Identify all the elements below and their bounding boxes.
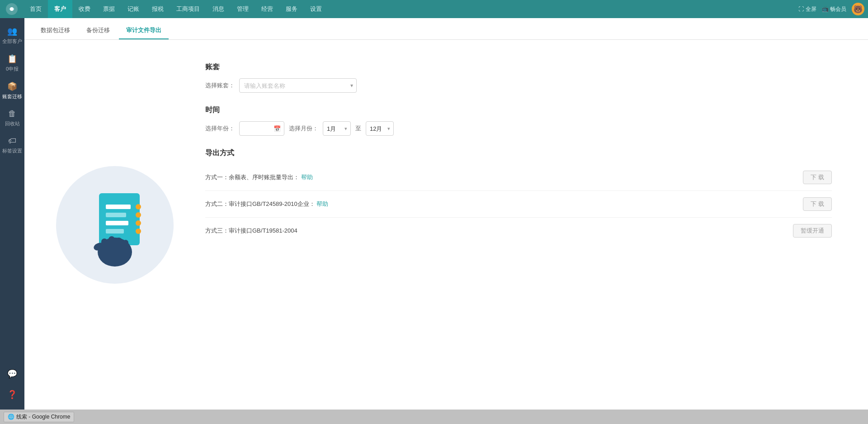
sidebar-item-all-customers[interactable]: 👥 全部客户 — [0, 22, 24, 49]
fullscreen-button[interactable]: ⛶ 全屏 — [798, 5, 816, 13]
account-title: 账套 — [205, 62, 832, 72]
help-icon: ❓ — [7, 390, 17, 400]
content-area: 数据包迁移 备份迁移 审计文件导出 — [24, 18, 868, 410]
export-method-2: 方式二：审计接口GB/T24589-2010企业： 帮助 下 载 — [205, 191, 832, 218]
method-1-download-button[interactable]: 下 载 — [803, 171, 832, 184]
sidebar-item-label: 0申报 — [6, 66, 19, 72]
end-month-select[interactable]: 1月2月3月 4月5月6月 7月8月9月 10月11月12月 — [366, 121, 394, 136]
nav-tax[interactable]: 报税 — [146, 0, 170, 18]
start-month-select[interactable]: 1月2月3月 4月5月6月 7月8月9月 10月11月12月 — [323, 121, 351, 136]
tab-audit-export[interactable]: 审计文件导出 — [119, 22, 169, 39]
illustration-svg — [74, 180, 156, 270]
main-layout: 👥 全部客户 📋 0申报 📦 账套迁移 🗑 回收站 🏷 标签设置 💬 ❓ — [0, 18, 868, 410]
time-row: 选择年份： 2023 📅 选择月份： 1月2月3月 4月5月6月 7月8月9月 … — [205, 121, 832, 136]
start-month-wrapper: 1月2月3月 4月5月6月 7月8月9月 10月11月12月 — [323, 121, 351, 136]
sidebar-item-account-migration[interactable]: 📦 账套迁移 — [0, 77, 24, 105]
nav-message[interactable]: 消息 — [206, 0, 231, 18]
account-block: 账套 选择账套： ▾ — [205, 62, 832, 93]
nav-bookkeeping[interactable]: 记账 — [121, 0, 146, 18]
method-2-download-button[interactable]: 下 载 — [803, 197, 832, 211]
svg-rect-14 — [108, 236, 115, 256]
form-section: 账套 选择账套： ▾ 时间 选择年份： 202 — [187, 53, 850, 396]
nav-settings[interactable]: 设置 — [304, 0, 328, 18]
account-input-wrapper: ▾ — [239, 78, 357, 93]
recycle-icon: 🗑 — [8, 109, 16, 119]
svg-rect-4 — [106, 213, 126, 217]
nav-service[interactable]: 服务 — [279, 0, 304, 18]
nav-manage[interactable]: 管理 — [231, 0, 255, 18]
end-month-wrapper: 1月2月3月 4月5月6月 7月8月9月 10月11月12月 — [366, 121, 394, 136]
account-input[interactable] — [239, 78, 357, 93]
time-title: 时间 — [205, 105, 832, 115]
export-method-3: 方式三：审计接口GB/T19581-2004 暂缓开通 — [205, 218, 832, 244]
year-input-wrapper: 2023 📅 — [239, 121, 284, 136]
app-logo — [4, 1, 20, 17]
svg-point-9 — [136, 220, 141, 226]
illustration-section — [42, 53, 187, 396]
taskbar-item-label: 线索 - Google Chrome — [16, 413, 70, 421]
export-title: 导出方式 — [205, 148, 832, 158]
export-method-3-label: 方式三：审计接口GB/T19581-2004 — [205, 227, 297, 235]
user-avatar[interactable]: 🐻 — [852, 3, 864, 15]
svg-point-1 — [10, 7, 14, 11]
svg-rect-2 — [99, 193, 140, 245]
export-method-1-label: 方式一：余额表、序时账批量导出： 帮助 — [205, 173, 313, 181]
nav-home[interactable]: 首页 — [24, 0, 48, 18]
taskbar-item[interactable]: 🌐 线索 - Google Chrome — [4, 412, 74, 422]
method-3-open-button[interactable]: 暂缓开通 — [793, 224, 832, 238]
tag-icon: 🏷 — [8, 136, 16, 146]
taskbar-chrome-icon: 🌐 — [8, 414, 14, 420]
vip-button[interactable]: 📺 畅会员 — [822, 5, 846, 13]
sidebar-bottom: 💬 ❓ — [0, 364, 24, 410]
sidebar-item-label: 标签设置 — [2, 148, 22, 154]
svg-rect-5 — [106, 221, 128, 225]
account-form-row: 选择账套： ▾ — [205, 78, 832, 93]
svg-rect-13 — [101, 238, 108, 256]
chat-icon: 💬 — [7, 369, 17, 379]
to-text: 至 — [355, 124, 361, 133]
time-block: 时间 选择年份： 2023 📅 选择月份： 1月2月3月 4月5月6月 — [205, 105, 832, 136]
taskbar: 🌐 线索 - Google Chrome — [0, 410, 868, 424]
tab-backup-migration[interactable]: 备份迁移 — [79, 22, 117, 39]
sidebar-item-label: 回收站 — [5, 120, 20, 127]
sidebar-help-button[interactable]: ❓ — [0, 385, 24, 404]
tab-bar: 数据包迁移 备份迁移 审计文件导出 — [24, 18, 868, 40]
export-method-1: 方式一：余额表、序时账批量导出： 帮助 下 载 — [205, 164, 832, 191]
year-label: 选择年份： — [205, 124, 235, 133]
tab-data-migration[interactable]: 数据包迁移 — [33, 22, 77, 39]
method-2-help-link[interactable]: 帮助 — [316, 200, 328, 207]
export-method-2-label: 方式二：审计接口GB/T24589-2010企业： 帮助 — [205, 200, 328, 208]
method-1-help-link[interactable]: 帮助 — [301, 174, 313, 181]
page-content: 账套 选择账套： ▾ 时间 选择年份： 202 — [24, 40, 868, 410]
sidebar: 👥 全部客户 📋 0申报 📦 账套迁移 🗑 回收站 🏷 标签设置 💬 ❓ — [0, 18, 24, 410]
sidebar-message-button[interactable]: 💬 — [0, 364, 24, 383]
svg-point-10 — [136, 229, 141, 234]
sidebar-item-label: 账套迁移 — [2, 93, 22, 100]
top-navigation: 首页 客户 收费 票据 记账 报税 工商项目 消息 管理 经营 服务 设置 ⛶ … — [0, 0, 868, 18]
svg-point-8 — [136, 212, 141, 218]
declaration-icon: 📋 — [7, 54, 17, 64]
nav-business[interactable]: 工商项目 — [170, 0, 206, 18]
nav-right: ⛶ 全屏 📺 畅会员 🐻 — [798, 3, 864, 15]
export-block: 导出方式 方式一：余额表、序时账批量导出： 帮助 下 载 方式二：审计接口GB/… — [205, 148, 832, 244]
nav-customer[interactable]: 客户 — [48, 0, 72, 18]
month-label: 选择月份： — [289, 124, 318, 133]
migration-icon: 📦 — [7, 81, 17, 91]
sidebar-item-label: 全部客户 — [2, 38, 22, 45]
nav-fee[interactable]: 收费 — [72, 0, 97, 18]
customers-icon: 👥 — [7, 26, 17, 36]
sidebar-item-recycle[interactable]: 🗑 回收站 — [0, 105, 24, 132]
sidebar-item-tag-settings[interactable]: 🏷 标签设置 — [0, 132, 24, 159]
illustration-circle — [56, 166, 174, 284]
year-input[interactable]: 2023 — [239, 121, 284, 136]
svg-rect-6 — [106, 229, 124, 233]
nav-operation[interactable]: 经营 — [255, 0, 279, 18]
svg-rect-16 — [123, 240, 128, 256]
nav-invoice[interactable]: 票据 — [97, 0, 121, 18]
svg-rect-15 — [116, 238, 122, 256]
svg-point-7 — [136, 204, 141, 210]
svg-rect-3 — [106, 205, 131, 209]
sidebar-item-zero-declaration[interactable]: 📋 0申报 — [0, 49, 24, 77]
nav-items: 首页 客户 收费 票据 记账 报税 工商项目 消息 管理 经营 服务 设置 — [24, 0, 798, 18]
account-select-label: 选择账套： — [205, 81, 235, 90]
